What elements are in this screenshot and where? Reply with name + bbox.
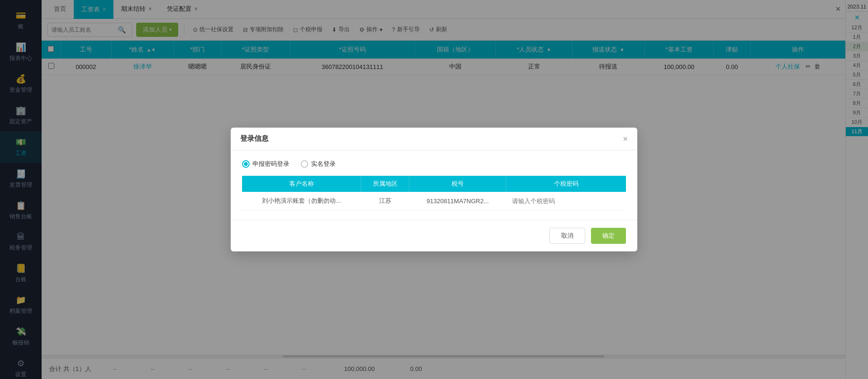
dialog-close-button[interactable]: × (623, 135, 628, 143)
client-taxno-cell: 91320811MA7NGR2... (409, 192, 506, 210)
dialog-footer: 取消 确定 (231, 220, 637, 251)
cancel-button[interactable]: 取消 (549, 228, 585, 244)
client-row: 刘小艳演示账套（勿删勿动... 江苏 91320811MA7NGR2... (242, 192, 626, 210)
login-type-radio-group: 申报密码登录 实名登录 (242, 160, 626, 168)
client-password-cell[interactable] (506, 192, 626, 210)
dialog-title: 登录信息 (240, 134, 269, 143)
inner-col-name: 客户名称 (242, 176, 361, 192)
client-region-cell: 江苏 (361, 192, 409, 210)
radio-realname-label: 实名登录 (311, 160, 336, 168)
radio-realname-login[interactable]: 实名登录 (301, 160, 336, 168)
dialog-header: 登录信息 × (231, 128, 637, 150)
client-name-cell: 刘小艳演示账套（勿删勿动... (242, 192, 361, 210)
inner-col-taxno: 税号 (409, 176, 506, 192)
inner-col-password: 个税密码 (506, 176, 626, 192)
login-dialog: 登录信息 × 申报密码登录 实名登录 客户名称 所属 (231, 128, 637, 251)
tax-password-input[interactable] (512, 198, 620, 205)
radio-realname-dot (301, 160, 308, 168)
radio-password-label: 申报密码登录 (252, 160, 289, 168)
client-table: 客户名称 所属地区 税号 个税密码 刘小艳演示账套（勿删勿动... 江苏 913… (242, 176, 626, 210)
dialog-body: 申报密码登录 实名登录 客户名称 所属地区 税号 个税密码 (231, 150, 637, 220)
confirm-button[interactable]: 确定 (591, 228, 626, 244)
radio-password-dot (242, 160, 250, 168)
dialog-overlay: 登录信息 × 申报密码登录 实名登录 客户名称 所属 (0, 0, 868, 379)
inner-col-region: 所属地区 (361, 176, 409, 192)
radio-password-login[interactable]: 申报密码登录 (242, 160, 289, 168)
